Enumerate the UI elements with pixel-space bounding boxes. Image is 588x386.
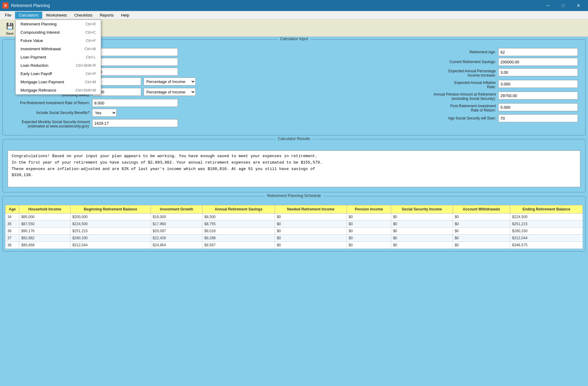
table-cell: 35 bbox=[6, 221, 19, 228]
dropdown-loan-reduction[interactable]: Loan Reduction Ctrl+Shift+R bbox=[16, 61, 101, 70]
post-retirement-rate-input[interactable] bbox=[498, 103, 578, 111]
pension-amount-input[interactable] bbox=[498, 92, 578, 100]
pre-retirement-rate-row: Pre-Retirement Investment Rate of Return… bbox=[10, 99, 291, 107]
table-cell: $224,500 bbox=[70, 221, 151, 228]
annual-savings-input[interactable] bbox=[92, 68, 178, 76]
table-cell: $9,018 bbox=[202, 228, 275, 235]
maximize-button[interactable]: □ bbox=[556, 1, 570, 10]
table-cell: $0 bbox=[453, 242, 510, 249]
close-button[interactable]: ✕ bbox=[571, 1, 586, 10]
calculators-dropdown: Retirement Planning Ctrl+R Compounding I… bbox=[15, 20, 101, 95]
table-row: 38$95,668$312,044$24,964$9,567$0$0$0$0$3… bbox=[6, 242, 583, 249]
dropdown-investment-withdrawal[interactable]: Investment Withdrawal Ctrl+W bbox=[16, 45, 101, 53]
window-title: Retirement Planning bbox=[11, 3, 50, 8]
col-ending-balance: Ending Retirement Balance bbox=[510, 205, 583, 214]
input-right-column: Retirement Age: Current Retirement Savin… bbox=[297, 48, 578, 130]
menu-checklists[interactable]: Checklists bbox=[70, 12, 96, 19]
menu-worksheets[interactable]: Worksheets bbox=[42, 12, 70, 19]
table-cell: $8,500 bbox=[202, 214, 275, 221]
ss-start-age-label: Age Social Security will Start: bbox=[392, 116, 496, 120]
pre-retirement-rate-input[interactable] bbox=[92, 99, 178, 107]
table-cell: $0 bbox=[275, 242, 347, 249]
ss-amount-row: Expected Monthly Social Security Amount(… bbox=[10, 119, 291, 128]
ss-start-age-input[interactable] bbox=[498, 114, 578, 122]
menu-help[interactable]: Help bbox=[117, 12, 133, 19]
table-cell: $0 bbox=[391, 242, 453, 249]
app-icon: R bbox=[2, 2, 9, 9]
menu-calculators[interactable]: Calculators bbox=[15, 12, 42, 19]
table-cell: $16,000 bbox=[151, 214, 202, 221]
table-cell: $95,668 bbox=[19, 242, 70, 249]
table-cell: $0 bbox=[391, 214, 453, 221]
current-age-input[interactable] bbox=[92, 48, 178, 56]
save-button[interactable]: 💾 Save bbox=[2, 20, 17, 36]
income-increase-input[interactable] bbox=[498, 68, 578, 76]
calculator-results-title: Calculator Results bbox=[275, 136, 313, 141]
table-row: 37$92,882$280,330$22,426$9,288$0$0$0$0$3… bbox=[6, 235, 583, 242]
table-cell: $251,215 bbox=[510, 221, 583, 228]
table-cell: 38 bbox=[6, 242, 19, 249]
income-amount-dropdown[interactable]: Percentage of Income bbox=[144, 88, 196, 96]
col-pension: Pension Income bbox=[347, 205, 391, 214]
retirement-age-input[interactable] bbox=[498, 48, 578, 56]
table-cell: $17,960 bbox=[151, 221, 202, 228]
pension-amount-label: Annual Pension Amount at Retirement(excl… bbox=[392, 91, 496, 101]
dropdown-mortgage-refinance[interactable]: Mortgage Refinance Ctrl+Shift+M bbox=[16, 86, 101, 94]
table-cell: $0 bbox=[391, 228, 453, 235]
table-cell: $224,500 bbox=[510, 214, 583, 221]
social-security-row: Include Social Security Benefits? Yes No bbox=[10, 109, 291, 117]
retirement-schedule-title: Retirement Planning Schedule bbox=[265, 193, 323, 198]
title-bar-controls: ─ □ ✕ bbox=[541, 1, 586, 10]
col-needed-income: Needed Retirement Income bbox=[275, 205, 347, 214]
col-household-income: Household Income bbox=[19, 205, 70, 214]
table-cell: $0 bbox=[391, 221, 453, 228]
table-cell: $85,000 bbox=[19, 214, 70, 221]
retirement-age-row: Retirement Age: bbox=[297, 48, 578, 56]
current-savings-input[interactable] bbox=[498, 58, 578, 66]
table-cell: $0 bbox=[275, 214, 347, 221]
menu-file[interactable]: File bbox=[1, 12, 15, 19]
ss-start-age-row: Age Social Security will Start: bbox=[297, 114, 578, 122]
table-cell: $90,176 bbox=[19, 228, 70, 235]
title-bar: R Retirement Planning ─ □ ✕ bbox=[0, 0, 588, 11]
table-cell: $0 bbox=[453, 228, 510, 235]
dropdown-early-loan-payoff[interactable]: Early Loan Payoff Ctrl+P bbox=[16, 70, 101, 78]
dropdown-retirement-planning[interactable]: Retirement Planning Ctrl+R bbox=[16, 20, 101, 28]
dropdown-mortgage-loan-payment[interactable]: Mortgage Loan Payment Ctrl+M bbox=[16, 78, 101, 86]
current-savings-row: Current Retirement Savings: bbox=[297, 58, 578, 66]
minimize-button[interactable]: ─ bbox=[541, 1, 555, 10]
save-label: Save bbox=[6, 32, 13, 35]
schedule-table: Age Household Income Beginning Retiremen… bbox=[5, 205, 583, 249]
current-savings-label: Current Retirement Savings: bbox=[392, 60, 496, 64]
household-income-input[interactable] bbox=[92, 58, 178, 66]
retirement-age-label: Retirement Age: bbox=[392, 50, 496, 54]
ss-amount-input[interactable] bbox=[92, 119, 178, 127]
table-cell: $0 bbox=[275, 221, 347, 228]
table-cell: $0 bbox=[453, 235, 510, 242]
table-cell: $0 bbox=[347, 228, 391, 235]
inflation-rate-input[interactable] bbox=[498, 80, 578, 88]
col-social-security: Social Security Income bbox=[391, 205, 453, 214]
social-security-select[interactable]: Yes No bbox=[92, 109, 117, 117]
table-cell: $0 bbox=[391, 235, 453, 242]
calculator-input-title: Calculator Input bbox=[277, 37, 310, 41]
table-cell: $280,330 bbox=[70, 235, 151, 242]
table-cell: $0 bbox=[275, 235, 347, 242]
col-withdrawals: Account Withdrawals bbox=[453, 205, 510, 214]
table-cell: $0 bbox=[347, 214, 391, 221]
dropdown-future-value[interactable]: Future Value Ctrl+F bbox=[16, 36, 101, 45]
table-cell: $22,426 bbox=[151, 235, 202, 242]
table-cell: $0 bbox=[453, 214, 510, 221]
table-cell: $9,288 bbox=[202, 235, 275, 242]
income-increase-label: Expected Annual PercentageIncome Increas… bbox=[392, 68, 496, 78]
dropdown-loan-payment[interactable]: Loan Payment Ctrl+L bbox=[16, 53, 101, 61]
income-needed-dropdown[interactable]: Percentage of Income bbox=[144, 78, 196, 85]
save-icon: 💾 bbox=[5, 21, 15, 31]
title-bar-left: R Retirement Planning bbox=[2, 2, 50, 9]
table-cell: $8,755 bbox=[202, 221, 275, 228]
table-cell: $0 bbox=[453, 221, 510, 228]
table-cell: $0 bbox=[347, 242, 391, 249]
col-age: Age bbox=[6, 205, 19, 214]
menu-reports[interactable]: Reports bbox=[96, 12, 118, 19]
dropdown-compounding-interest[interactable]: Compounding Interest Ctrl+C bbox=[16, 28, 101, 36]
